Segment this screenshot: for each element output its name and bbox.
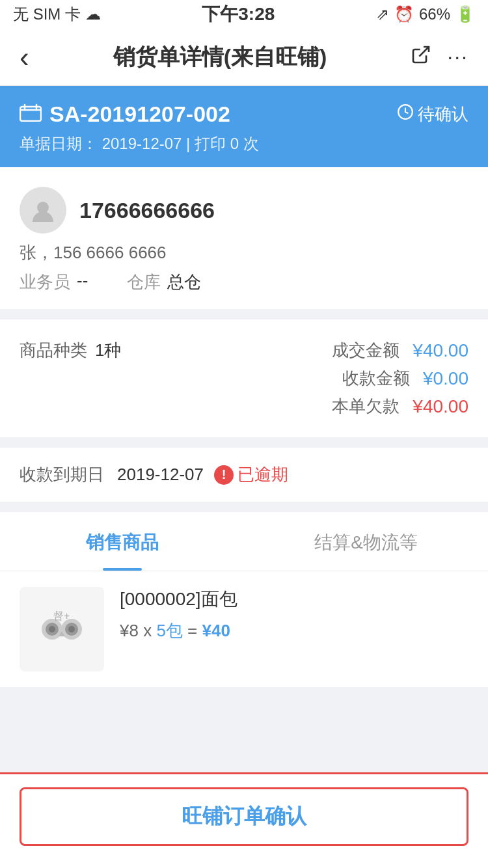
due-date-label: 收款到期日 <box>20 463 104 486</box>
battery-icon: 🔋 <box>455 5 475 23</box>
status-bar: 无 SIM 卡 ☁ 下午3:28 ⇗ ⏰ 66% 🔋 <box>0 0 488 29</box>
back-button[interactable]: ‹ <box>20 41 29 74</box>
customer-meta: 业务员 -- 仓库 总仓 <box>20 271 468 293</box>
status-right: ⇗ ⏰ 66% 🔋 <box>376 5 475 23</box>
due-date-value: 2019-12-07 <box>117 465 204 485</box>
battery-level: 66% <box>419 5 450 23</box>
order-date: 单据日期： 2019-12-07 | 打印 0 次 <box>20 133 468 154</box>
overdue-warning-icon: ! <box>214 465 234 485</box>
product-type-label: 商品种类 <box>20 339 87 362</box>
order-status: 待确认 <box>397 103 468 126</box>
customer-phone: 17666666666 <box>79 198 215 223</box>
product-qty: 5包 <box>156 621 182 640</box>
unit-price: ¥8 x <box>120 621 156 640</box>
owed-amount: ¥40.00 <box>413 396 468 417</box>
product-total: ¥40 <box>202 621 230 640</box>
customer-name: 张，156 6666 6666 <box>20 241 468 264</box>
equals-sign: = <box>183 621 202 640</box>
avatar <box>20 187 66 234</box>
warehouse-label: 仓库 <box>127 271 161 293</box>
product-item: 督+ [0000002]面包 ¥8 x 5包 = ¥40 <box>20 587 468 671</box>
transaction-amount: ¥40.00 <box>413 340 468 361</box>
amount-stats: 成交金额 ¥40.00 收款金额 ¥0.00 本单欠款 ¥40.00 <box>332 339 468 418</box>
svg-point-8 <box>49 626 55 632</box>
more-button[interactable]: ··· <box>447 45 468 69</box>
svg-point-9 <box>68 626 75 632</box>
confirm-btn-container: 旺铺订单确认 <box>0 772 488 868</box>
product-price: ¥8 x 5包 = ¥40 <box>120 619 468 642</box>
nav-bar: ‹ 销货单详情(来自旺铺) ··· <box>0 29 488 86</box>
svg-rect-1 <box>20 107 41 121</box>
clock-icon <box>397 103 414 125</box>
confirm-order-button[interactable]: 旺铺订单确认 <box>20 787 468 846</box>
tab-products[interactable]: 销售商品 <box>0 512 244 571</box>
warehouse-value: 总仓 <box>167 271 201 293</box>
product-type-row: 商品种类 1种 <box>20 339 121 362</box>
sales-person-label: 业务员 <box>20 271 70 293</box>
svg-line-0 <box>420 47 429 57</box>
stats-section: 商品种类 1种 成交金额 ¥40.00 收款金额 ¥0.00 本单欠款 ¥40.… <box>0 319 488 437</box>
product-section: 督+ [0000002]面包 ¥8 x 5包 = ¥40 <box>0 571 488 687</box>
product-info: [0000002]面包 ¥8 x 5包 = ¥40 <box>120 587 468 642</box>
order-header-banner: SA-20191207-002 待确认 单据日期： 2019-12-07 | 打… <box>0 86 488 167</box>
sim-status: 无 SIM 卡 ☁ <box>13 4 101 25</box>
tab-settlement[interactable]: 结算&物流等 <box>244 512 488 571</box>
due-date-section: 收款到期日 2019-12-07 ! 已逾期 <box>0 448 488 502</box>
status-time: 下午3:28 <box>202 2 275 27</box>
customer-section: 17666666666 张，156 6666 6666 业务员 -- 仓库 总仓 <box>0 167 488 309</box>
alarm-icon: ⏰ <box>394 5 414 23</box>
nav-actions: ··· <box>411 44 468 70</box>
collected-amount: ¥0.00 <box>423 368 468 389</box>
overdue-text: 已逾期 <box>237 463 288 486</box>
owed-label: 本单欠款 <box>332 395 400 418</box>
tabs-section: 销售商品 结算&物流等 督+ <box>0 512 488 687</box>
tabs-row: 销售商品 结算&物流等 <box>0 512 488 571</box>
order-id-icon <box>20 102 42 127</box>
sales-person-value: -- <box>77 271 88 293</box>
product-name: [0000002]面包 <box>120 587 468 612</box>
share-icon[interactable] <box>411 44 431 70</box>
location-icon: ⇗ <box>376 5 389 23</box>
product-type-value: 1种 <box>95 339 121 362</box>
product-image: 督+ <box>20 587 104 671</box>
transaction-label: 成交金额 <box>332 339 400 362</box>
status-left: 无 SIM 卡 ☁ <box>13 4 101 25</box>
order-id: SA-20191207-002 <box>20 102 230 127</box>
collected-label: 收款金额 <box>342 367 410 390</box>
page-title: 销货单详情(来自旺铺) <box>113 42 327 72</box>
svg-text:督+: 督+ <box>53 610 70 621</box>
overdue-badge: ! 已逾期 <box>214 463 288 486</box>
